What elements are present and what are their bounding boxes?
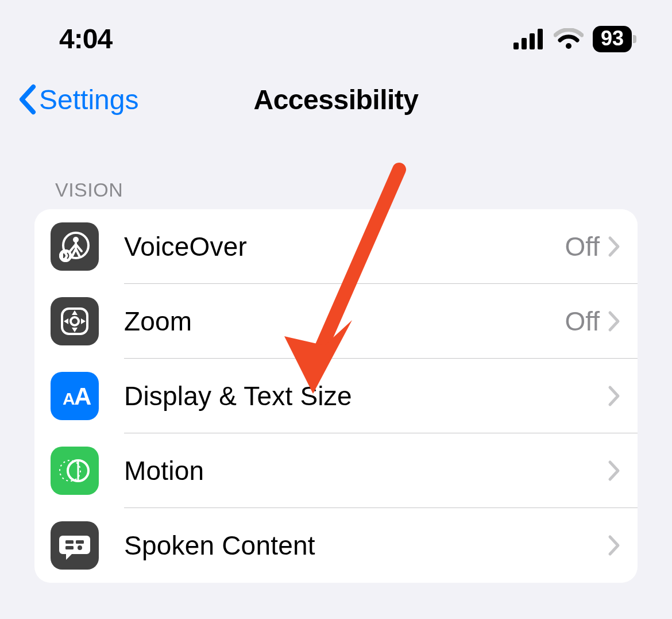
svg-point-23 [78,545,82,550]
row-value: Off [565,306,600,337]
chevron-right-icon [608,385,621,407]
zoom-icon [51,297,99,345]
back-button[interactable]: Settings [17,83,138,116]
chevron-left-icon [17,83,37,116]
svg-rect-22 [65,546,74,549]
svg-point-10 [71,317,79,325]
back-label: Settings [39,84,138,116]
svg-rect-1 [522,38,527,49]
svg-rect-20 [65,540,74,544]
svg-text:A: A [63,389,75,408]
row-label: VoiceOver [124,231,565,262]
section-header-vision: VISION [0,139,672,209]
svg-rect-0 [513,43,519,49]
svg-point-4 [566,43,571,49]
svg-marker-14 [81,318,86,324]
nav-bar: Settings Accessibility [0,60,672,139]
status-indicators: 93 [513,26,632,52]
status-time: 4:04 [59,23,112,55]
spoken-content-icon [51,521,99,570]
status-bar: 4:04 93 [0,0,672,60]
svg-rect-3 [538,29,543,49]
svg-marker-12 [72,328,78,332]
chevron-right-icon [608,236,621,257]
row-motion[interactable]: Motion [34,433,638,508]
row-display-text-size[interactable]: A A Display & Text Size [34,359,638,433]
text-size-icon: A A [51,372,99,420]
voiceover-icon [51,222,99,271]
chevron-right-icon [608,310,621,332]
svg-marker-11 [72,310,78,315]
svg-rect-2 [530,33,535,49]
row-voiceover[interactable]: VoiceOver Off [34,209,638,284]
page-title: Accessibility [254,84,419,116]
list-group-vision: VoiceOver Off Zoom Off A [34,209,638,583]
chevron-right-icon [608,460,621,482]
row-zoom[interactable]: Zoom Off [34,284,638,359]
svg-rect-21 [76,540,84,544]
motion-icon [51,447,99,495]
svg-marker-13 [64,318,68,324]
row-spoken-content[interactable]: Spoken Content [34,508,638,583]
cellular-signal-icon [513,29,544,49]
chevron-right-icon [608,535,621,556]
battery-indicator: 93 [593,26,632,52]
row-label: Spoken Content [124,530,600,561]
svg-text:A: A [74,383,91,410]
row-label: Zoom [124,306,565,337]
row-label: Display & Text Size [124,380,600,412]
row-value: Off [565,231,600,262]
row-label: Motion [124,455,600,486]
wifi-icon [554,28,584,50]
